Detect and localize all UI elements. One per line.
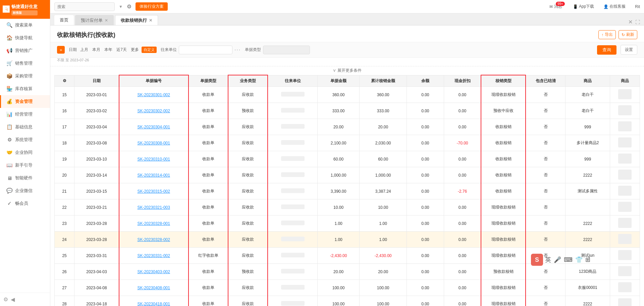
- collapse-sidebar-icon[interactable]: ◀: [11, 296, 15, 303]
- col-biz-type: 业务类型: [228, 75, 268, 87]
- col-doc-no: 单据编号: [119, 75, 189, 87]
- filter-expand-btn[interactable]: »: [57, 46, 65, 54]
- cell-cash-discount: 0.00: [444, 248, 481, 264]
- doc-no-link[interactable]: SK-20230328-002: [138, 237, 170, 242]
- sidebar-item-wechat[interactable]: 💬 企业微信: [0, 184, 50, 197]
- topbar-gear-icon[interactable]: ⚙: [127, 3, 131, 10]
- doc-no-link[interactable]: SK-20230301-002: [138, 93, 170, 97]
- cell-balance: 0.00: [407, 135, 444, 151]
- cell-doc-no: SK-20230302-002: [119, 103, 189, 119]
- counterpart-blurred: [281, 285, 305, 290]
- date-opt-last-month[interactable]: 上月: [79, 46, 90, 53]
- sidebar-item-sales[interactable]: 🛒 销售管理: [0, 57, 50, 70]
- sidebar-item-operation[interactable]: 📊 经营管理: [0, 108, 50, 121]
- counterpart-input[interactable]: [179, 46, 232, 54]
- table-row: 21 2023-03-15 SK-20230315-002 收款单 应收款 3,…: [55, 183, 640, 199]
- doc-no-link[interactable]: SK-20230302-002: [138, 109, 170, 113]
- sidebar-item-search[interactable]: 🔍 搜索菜单: [0, 19, 50, 32]
- setting-btn[interactable]: 设置: [621, 45, 637, 55]
- sales-icon: 🛒: [6, 60, 12, 66]
- date-opt-7days[interactable]: 近7天: [115, 46, 128, 53]
- cell-amount: 3,390.00: [317, 183, 360, 199]
- brand-grid-icon[interactable]: ⊞: [585, 256, 590, 263]
- doc-no-link[interactable]: SK-20230314-001: [138, 173, 170, 178]
- topbar-online-service[interactable]: 👤 在线客服: [603, 4, 626, 9]
- expand-more-conditions[interactable]: ∨ 展开更多条件: [50, 66, 644, 75]
- sidebar-item-capital[interactable]: 💰 资金管理: [0, 95, 50, 108]
- sidebar-item-member[interactable]: ✓ 畅会员: [0, 197, 50, 210]
- tabbar-close-all-icon[interactable]: ✕: [628, 19, 633, 25]
- brand-shirt-icon[interactable]: 👕: [575, 256, 583, 263]
- doc-no-link[interactable]: SK-20230403-002: [138, 269, 170, 274]
- doc-no-link[interactable]: SK-20230315-002: [138, 189, 170, 194]
- doc-no-link[interactable]: SK-20230331-002: [138, 253, 170, 258]
- doc-no-link[interactable]: SK-20230328-001: [138, 221, 170, 226]
- experience-btn[interactable]: 体验行业方案: [136, 2, 168, 11]
- sidebar-item-label: 畅会员: [15, 200, 28, 206]
- sidebar-item-enterprise[interactable]: 🤝 企业协同: [0, 146, 50, 159]
- enterprise-icon: 🤝: [6, 149, 12, 156]
- refresh-btn[interactable]: ↻ 刷新: [619, 30, 637, 39]
- doc-no-link[interactable]: SK-20230308-001: [138, 141, 170, 145]
- doc-no-link[interactable]: SK-20230321-003: [138, 205, 170, 210]
- tabbar-right-actions: ✕ ⛶: [628, 19, 640, 25]
- sidebar-item-shortcut[interactable]: 🏠 快捷导航: [0, 32, 50, 44]
- sidebar-item-hardware[interactable]: 🖥 智能硬件: [0, 172, 50, 184]
- sidebar-item-newbie[interactable]: 📖 新手引导: [0, 159, 50, 172]
- doc-no-link[interactable]: SK-20230418-001: [138, 302, 170, 306]
- doc-no-link[interactable]: SK-20230304-001: [138, 125, 170, 129]
- sidebar-menu: 🔍 搜索菜单 🏠 快捷导航 📢 营销推广 🛒 销售管理 📦 采购管理 🏪 库存核…: [0, 19, 50, 293]
- cell-cum-cancel: 3,387.24: [360, 183, 407, 199]
- sidebar-item-system[interactable]: ⚙ 系统管理: [0, 133, 50, 146]
- topbar-dropdown-arrow[interactable]: ▼: [119, 4, 123, 9]
- settings-footer-icon[interactable]: ⚙: [3, 296, 8, 303]
- date-opt-more[interactable]: 更多: [129, 46, 140, 53]
- cell-include-cleared: 否: [526, 216, 565, 232]
- sidebar-item-marketing[interactable]: 📢 营销推广: [0, 44, 50, 57]
- tab-home[interactable]: 首页: [54, 15, 74, 25]
- counterpart-more-dots[interactable]: ···: [234, 47, 241, 53]
- sidebar-item-label: 经营管理: [15, 111, 33, 117]
- cell-cash-discount: 0.00: [444, 87, 481, 103]
- date-opt-this-month[interactable]: 本月: [91, 46, 102, 53]
- cell-doc-type: 红字收款单: [189, 248, 228, 264]
- counterpart-blurred: [281, 269, 305, 273]
- doc-no-link[interactable]: SK-20230408-001: [138, 286, 170, 290]
- tab-prepay-close[interactable]: ✕: [105, 18, 108, 23]
- col-counterpart: 往来单位: [268, 75, 317, 87]
- tab-prepay[interactable]: 预计应付单 ✕: [75, 15, 114, 25]
- tab-cancel-close[interactable]: ✕: [149, 18, 152, 23]
- table-row: 23 2023-03-28 SK-20230328-001 收款单 应收款 1.…: [55, 216, 640, 232]
- topbar-messages[interactable]: ✉ 消息 99+: [549, 4, 562, 9]
- sidebar-item-purchase[interactable]: 📦 采购管理: [0, 70, 50, 82]
- date-custom-btn[interactable]: 自定义: [142, 47, 157, 53]
- bill-type-select[interactable]: [263, 46, 310, 54]
- service-icon: 👤: [603, 4, 608, 9]
- cell-date: 2023-03-10: [74, 151, 119, 167]
- tabbar: 首页 预计应付单 ✕ 收款核销执行 ✕ ✕ ⛶: [50, 13, 644, 25]
- query-btn[interactable]: 查询: [597, 45, 616, 55]
- cell-balance: 0.00: [407, 167, 444, 183]
- brand-text-icon[interactable]: 英: [545, 256, 551, 264]
- cell-counterpart: [268, 199, 317, 216]
- cell-balance: 0.00: [407, 280, 444, 296]
- tab-cancel-exec[interactable]: 收款核销执行 ✕: [115, 15, 158, 25]
- col-gear[interactable]: ⚙: [55, 75, 74, 87]
- brand-mic-icon[interactable]: 🎤: [554, 256, 561, 263]
- topbar-search-input[interactable]: [54, 2, 115, 11]
- export-btn[interactable]: ↑ 导出: [598, 30, 616, 39]
- cell-counterpart: [268, 280, 317, 296]
- content-header: 收款核销执行(按收款) ↑ 导出 ↻ 刷新: [50, 25, 644, 42]
- doc-no-link[interactable]: SK-20230310-001: [138, 157, 170, 162]
- cell-cancel-type: 现绩收款核销: [481, 296, 526, 306]
- sidebar-item-inventory[interactable]: 🏪 库存核算: [0, 82, 50, 95]
- topbar-user[interactable]: Rit: [635, 4, 640, 9]
- date-opt-this-year[interactable]: 本年: [103, 46, 114, 53]
- cell-counterpart: [268, 248, 317, 264]
- tabbar-expand-icon[interactable]: ⛶: [635, 19, 640, 25]
- cell-date: 2023-04-03: [74, 264, 119, 280]
- brand-keyboard-icon[interactable]: ⌨: [564, 256, 573, 263]
- topbar-app-download[interactable]: 📱 App下载: [573, 4, 594, 9]
- sidebar-item-basic[interactable]: 📋 基础信息: [0, 121, 50, 133]
- cell-cancel-type: 收款核销: [481, 135, 526, 151]
